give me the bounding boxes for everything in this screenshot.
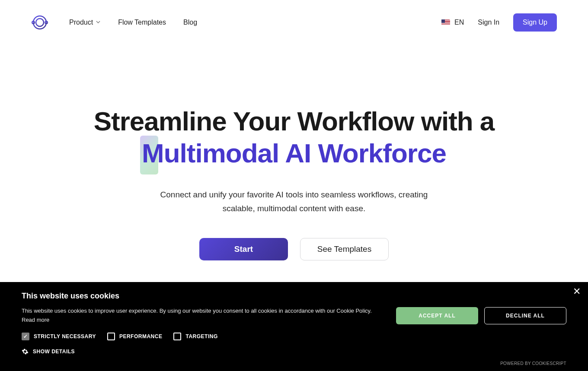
nav-flow-templates-label: Flow Templates: [118, 19, 166, 26]
start-button[interactable]: Start: [199, 238, 288, 260]
hero: Streamline Your Workflow with a Multimod…: [0, 45, 588, 286]
hero-title-highlight-wrap: Multimodal AI Workforce: [142, 137, 446, 169]
signin-link[interactable]: Sign In: [478, 19, 499, 26]
hero-title-line1: Streamline Your Workflow with a: [94, 106, 495, 136]
signup-label: Sign Up: [523, 19, 547, 26]
checkbox-label: PERFORMANCE: [119, 333, 163, 339]
show-details-label: SHOW DETAILS: [33, 349, 75, 355]
nav-blog[interactable]: Blog: [183, 19, 197, 26]
language-selector[interactable]: EN: [441, 19, 464, 26]
nav-flow-templates[interactable]: Flow Templates: [118, 19, 166, 26]
gear-icon: [22, 348, 29, 355]
checkbox-strictly-necessary[interactable]: ✓ STRICTLY NECESSARY: [22, 333, 96, 340]
start-button-label: Start: [234, 244, 253, 254]
accept-all-label: ACCEPT ALL: [419, 313, 456, 319]
cookie-right: ACCEPT ALL DECLINE ALL: [396, 307, 566, 324]
signup-button[interactable]: Sign Up: [513, 13, 557, 32]
checkbox-icon: [107, 333, 115, 340]
hero-buttons: Start See Templates: [31, 238, 557, 260]
checkbox-icon: [173, 333, 181, 340]
check-icon: ✓: [23, 333, 28, 339]
powered-by[interactable]: POWERED BY COOKIESCRIPT: [22, 361, 566, 366]
header: Product Flow Templates Blog EN Sign In S…: [0, 0, 588, 45]
signin-label: Sign In: [478, 19, 499, 26]
cookie-checkboxes: ✓ STRICTLY NECESSARY PERFORMANCE TARGETI…: [22, 333, 372, 340]
checkbox-label: TARGETING: [185, 333, 217, 339]
chevron-down-icon: [96, 19, 101, 26]
cookie-banner: ✕ This website uses cookies This website…: [0, 282, 588, 371]
nav: Product Flow Templates Blog: [69, 19, 197, 26]
logo-icon: [31, 14, 48, 31]
cookie-left: This website uses cookies This website u…: [22, 292, 372, 355]
decline-all-button[interactable]: DECLINE ALL: [484, 307, 566, 324]
accept-all-button[interactable]: ACCEPT ALL: [396, 307, 478, 324]
checkbox-icon: ✓: [22, 333, 29, 340]
hero-subtitle: Connect and unify your favorite AI tools…: [147, 188, 441, 216]
svg-point-0: [33, 16, 46, 29]
decline-all-label: DECLINE ALL: [506, 313, 545, 319]
checkbox-performance[interactable]: PERFORMANCE: [107, 333, 163, 340]
flag-us-icon: [441, 19, 450, 25]
checkbox-targeting[interactable]: TARGETING: [173, 333, 217, 340]
language-label: EN: [454, 19, 464, 26]
logo[interactable]: [31, 14, 48, 31]
cookie-close-button[interactable]: ✕: [572, 286, 582, 297]
cookie-text: This website uses cookies to improve use…: [22, 307, 372, 315]
header-left: Product Flow Templates Blog: [31, 14, 197, 31]
cookie-readmore-link[interactable]: Read more: [22, 317, 372, 323]
see-templates-button-label: See Templates: [317, 244, 371, 254]
cookie-title: This website uses cookies: [22, 292, 372, 301]
svg-point-1: [36, 19, 44, 26]
checkbox-label: STRICTLY NECESSARY: [34, 333, 96, 339]
header-right: EN Sign In Sign Up: [441, 13, 557, 32]
cookie-content: This website uses cookies This website u…: [22, 292, 566, 355]
nav-blog-label: Blog: [183, 19, 197, 26]
nav-product-label: Product: [69, 19, 93, 26]
hero-title: Streamline Your Workflow with a Multimod…: [31, 105, 557, 170]
nav-product[interactable]: Product: [69, 19, 101, 26]
see-templates-button[interactable]: See Templates: [300, 238, 389, 260]
hero-title-highlight: Multimodal AI Workforce: [142, 138, 446, 168]
close-icon: ✕: [573, 286, 581, 297]
show-details-button[interactable]: SHOW DETAILS: [22, 348, 372, 355]
